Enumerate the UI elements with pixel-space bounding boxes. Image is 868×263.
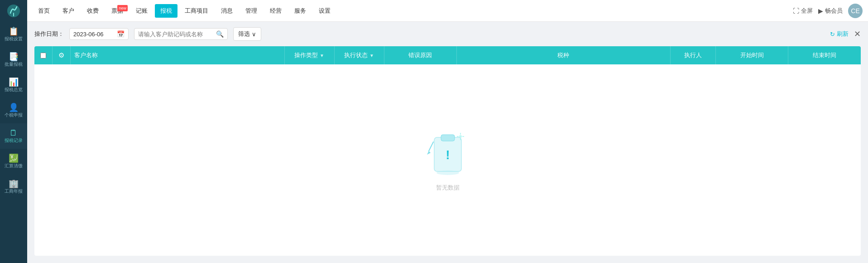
sidebar-item-label: 报税总览: [5, 87, 23, 93]
main-area: 首页 客户 收费 票据 new 记账 报税 工商项目 消息 管理 经营 服务 设…: [27, 0, 868, 263]
table-container: ⚙ 客户名称 操作类型 ▼ 执行状态 ▼ 错误原因 税种: [34, 46, 861, 256]
sidebar-item-label: 汇算清缴: [5, 163, 23, 169]
sidebar-item-geshuishenbao[interactable]: 👤 个税申报: [0, 98, 27, 123]
new-badge: new: [117, 5, 128, 11]
toolbar: 操作日期： 📅 🔍 筛选 ∨ ↻ 刷新 ✕: [27, 22, 868, 46]
nav-tax[interactable]: 报税: [155, 4, 177, 18]
th-checkbox[interactable]: [34, 46, 53, 64]
filter-button[interactable]: 筛选 ∨: [233, 27, 261, 41]
nav-settings[interactable]: 设置: [313, 4, 336, 18]
video-icon: ▶: [818, 7, 823, 15]
chevron-down-icon: ∨: [252, 31, 256, 38]
th-exec-status: 执行状态 ▼: [335, 46, 384, 64]
th-end-time: 结束时间: [788, 46, 861, 64]
empty-illustration: !: [425, 128, 470, 178]
tax-overview-icon: 📊: [9, 78, 19, 86]
date-label: 操作日期：: [34, 30, 64, 38]
th-tax-type: 税种: [457, 46, 671, 64]
sidebar-item-label: 报税记录: [5, 138, 23, 143]
settlement-icon: 💹: [9, 154, 19, 162]
th-op-type: 操作类型 ▼: [285, 46, 335, 64]
date-picker[interactable]: 📅: [69, 28, 129, 40]
nav-operate[interactable]: 经营: [264, 4, 287, 18]
avatar[interactable]: CE: [848, 4, 863, 18]
sidebar-item-huisuan-jiaona[interactable]: 💹 汇算清缴: [0, 149, 27, 174]
sidebar-item-piliang-baoshui[interactable]: 📑 批量报税: [0, 47, 27, 73]
sidebar: 📋 报税设置 📑 批量报税 📊 报税总览 👤 个税申报 🗒 报税记录 💹 汇算清…: [0, 0, 27, 263]
sidebar-item-label: 个税申报: [5, 112, 23, 118]
member-button[interactable]: ▶ 畅会员: [818, 7, 843, 15]
date-input[interactable]: [73, 31, 114, 38]
sidebar-item-label: 工商年报: [5, 189, 23, 194]
nav-message[interactable]: 消息: [216, 4, 238, 18]
nav-items: 首页 客户 收费 票据 new 记账 报税 工商项目 消息 管理 经营 服务 设…: [33, 4, 793, 18]
nav-right: ⛶ 全屏 ▶ 畅会员 CE: [793, 4, 863, 18]
nav-home[interactable]: 首页: [33, 4, 55, 18]
svg-text:!: !: [446, 148, 450, 162]
filter-label: 筛选: [238, 30, 250, 38]
sidebar-item-baoshui-zongjian[interactable]: 📊 报税总览: [0, 73, 27, 98]
personal-tax-icon: 👤: [9, 103, 19, 112]
fullscreen-button[interactable]: ⛶ 全屏: [793, 7, 813, 15]
sidebar-item-baoshui-jilu[interactable]: 🗒 报税记录: [0, 123, 27, 149]
filter-icon-exec-status: ▼: [369, 53, 374, 58]
svg-point-6: [459, 135, 462, 138]
report-settings-icon: 📋: [9, 27, 19, 35]
nav-ledger[interactable]: 记账: [130, 4, 153, 18]
nav-client[interactable]: 客户: [57, 4, 80, 18]
nav-manage[interactable]: 管理: [240, 4, 263, 18]
sidebar-item-label: 报税设置: [5, 36, 23, 42]
th-gear[interactable]: ⚙: [53, 46, 71, 64]
th-name: 客户名称: [71, 46, 285, 64]
nav-service[interactable]: 服务: [289, 4, 312, 18]
tax-record-icon: 🗒: [10, 129, 18, 137]
sidebar-logo[interactable]: [0, 0, 27, 22]
nav-invoice[interactable]: 票据 new: [106, 4, 129, 18]
svg-marker-5: [427, 151, 431, 155]
sidebar-item-gongshang-nianbao[interactable]: 🏢 工商年报: [0, 174, 27, 200]
table-header: ⚙ 客户名称 操作类型 ▼ 执行状态 ▼ 错误原因 税种: [34, 46, 861, 64]
svg-point-11: [436, 170, 459, 175]
batch-tax-icon: 📑: [9, 53, 19, 61]
nav-billing[interactable]: 收费: [82, 4, 104, 18]
refresh-button[interactable]: ↻ 刷新: [830, 30, 849, 38]
search-input[interactable]: [138, 31, 214, 38]
annual-report-icon: 🏢: [9, 180, 19, 188]
svg-rect-2: [441, 135, 455, 141]
calendar-icon: 📅: [117, 30, 125, 38]
top-nav: 首页 客户 收费 票据 new 记账 报税 工商项目 消息 管理 经营 服务 设…: [27, 0, 868, 22]
empty-text: 暂无数据: [436, 184, 460, 192]
gear-icon: ⚙: [58, 51, 64, 59]
th-error-reason: 错误原因: [384, 46, 457, 64]
refresh-icon: ↻: [830, 31, 835, 38]
nav-industrial[interactable]: 工商项目: [179, 4, 214, 18]
fullscreen-icon: ⛶: [793, 7, 799, 15]
th-executor: 执行人: [671, 46, 716, 64]
content-area: 操作日期： 📅 🔍 筛选 ∨ ↻ 刷新 ✕: [27, 22, 868, 263]
select-all-checkbox[interactable]: [40, 53, 46, 58]
empty-state: ! 暂无数据: [425, 128, 470, 192]
close-button[interactable]: ✕: [854, 30, 861, 38]
toolbar-right: ↻ 刷新 ✕: [830, 30, 861, 38]
sidebar-item-baoshui-shezhi[interactable]: 📋 报税设置: [0, 22, 27, 47]
search-wrap: 🔍: [134, 28, 228, 40]
search-button[interactable]: 🔍: [216, 30, 224, 38]
sidebar-item-label: 批量报税: [5, 62, 23, 67]
filter-icon-op-type: ▼: [320, 53, 324, 58]
svg-line-4: [429, 142, 433, 151]
th-start-time: 开始时间: [716, 46, 788, 64]
table-body: ! 暂无数据: [34, 64, 861, 256]
